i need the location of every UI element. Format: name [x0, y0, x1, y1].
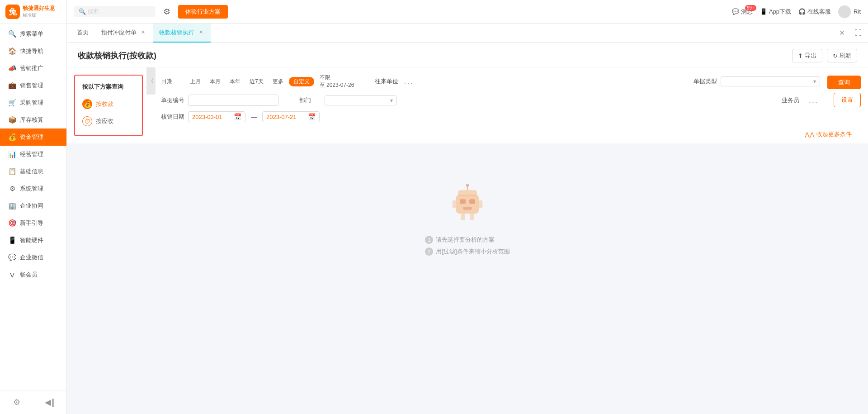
finance-icon: 💰 — [8, 133, 16, 141]
tab-expand-btn[interactable]: ⛶ — [852, 27, 864, 39]
topbar-right: 💬 消息 99+ 📱 App下载 🎧 在线客服 Rit — [732, 5, 861, 18]
date-custom-btn[interactable]: 自定义 — [289, 77, 314, 86]
filter-option-by-receivable[interactable]: ⏱ 按应收 — [75, 113, 142, 130]
counterpart-dots-btn[interactable]: ... — [402, 77, 415, 86]
basic-info-icon: 📋 — [8, 167, 16, 176]
tab-receipt-writeoff[interactable]: 收款核销执行 ✕ — [153, 24, 211, 43]
wechat-work-icon: 💬 — [8, 253, 16, 262]
filter-option-by-receipt[interactable]: 💰 按收款 — [75, 95, 142, 113]
date-this-month-btn[interactable]: 本月 — [206, 77, 224, 86]
query-button[interactable]: 查询 — [827, 76, 861, 89]
counterpart-field: 往来单位 ... — [375, 77, 415, 86]
collapse-chevron-icon: ⋀⋀ — [805, 131, 815, 138]
page-content: 收款核销执行(按收款) ⬆ 导出 ↻ 刷新 按以下方案查询 — [67, 43, 868, 414]
writeoff-end-date[interactable]: 📅 — [262, 111, 320, 122]
filter-sidebar-collapse-btn[interactable]: 《 — [146, 67, 156, 95]
sidebar: 兔 畅捷通好生意 标准版 🔍 搜索菜单 🏠 快捷导航 📣 营销推广 💼 销售管理… — [0, 0, 67, 414]
salesperson-dots-btn[interactable]: ... — [807, 95, 820, 105]
user-area[interactable]: Rit — [838, 5, 861, 18]
date-label: 日期 — [161, 77, 183, 86]
topbar-gear-btn[interactable]: ⚙ — [160, 5, 174, 19]
step2-num: 2 — [425, 247, 433, 256]
doctype-chevron-icon: ▾ — [813, 78, 816, 85]
tab-prepayment-close[interactable]: ✕ — [139, 29, 146, 36]
writeoff-date-label: 核销日期 — [161, 113, 184, 121]
tab-close-all-btn[interactable]: ✕ — [835, 27, 848, 39]
doctype-field: 单据类型 ▾ — [693, 76, 820, 86]
svg-rect-1 — [460, 199, 466, 204]
smart-hw-icon: 📱 — [8, 236, 16, 244]
date-field: 日期 上月 本月 本年 近7天 更多 自定义 — [161, 74, 354, 89]
sidebar-collapse-btn[interactable]: ◀‖ — [42, 395, 57, 409]
filter-settings-button[interactable]: 设置 — [834, 93, 861, 107]
page-actions: ⬆ 导出 ↻ 刷新 — [792, 49, 857, 62]
writeoff-end-calendar-icon[interactable]: 📅 — [308, 113, 316, 120]
writeoff-start-date[interactable]: 📅 — [188, 111, 245, 122]
tab-prepayment[interactable]: 预付冲应付单 ✕ — [95, 24, 153, 43]
main-area: 🔍 搜索 ⚙ 体验行业方案 💬 消息 99+ 📱 App下载 🎧 在线客服 — [67, 0, 868, 414]
sidebar-item-enterprise[interactable]: 🏢 企业协同 — [0, 197, 66, 214]
by-receivable-label: 按应收 — [96, 117, 113, 125]
date-last-month-btn[interactable]: 上月 — [186, 77, 204, 86]
date-range-separator: — — [251, 114, 257, 120]
topbar-search[interactable]: 🔍 搜索 — [74, 6, 156, 17]
dept-chevron-icon: ▾ — [390, 97, 393, 104]
filter-area: 按以下方案查询 💰 按收款 ⏱ 按应收 《 — [67, 67, 868, 143]
collapse-more-btn[interactable]: ⋀⋀ 收起更多条件 — [161, 128, 861, 141]
dept-select[interactable]: ▾ — [325, 95, 397, 105]
sidebar-settings-btn[interactable]: ⚙ — [9, 395, 24, 409]
solution-button[interactable]: 体验行业方案 — [178, 5, 228, 19]
export-button[interactable]: ⬆ 导出 — [792, 49, 822, 62]
logo-text: 畅捷通好生意 标准版 — [23, 5, 55, 18]
sidebar-item-purchase[interactable]: 🛒 采购管理 — [0, 94, 66, 111]
sidebar-item-search[interactable]: 🔍 搜索菜单 — [0, 25, 66, 43]
sidebar-item-wechat-work[interactable]: 💬 企业微信 — [0, 249, 66, 266]
sidebar-item-inventory[interactable]: 📦 库存核算 — [0, 111, 66, 128]
date-this-year-btn[interactable]: 本年 — [226, 77, 244, 86]
filter-row-3: 核销日期 📅 — 📅 — [161, 111, 820, 122]
filter-sidebar: 按以下方案查询 💰 按收款 ⏱ 按应收 — [75, 76, 142, 135]
writeoff-date-field: 核销日期 📅 — 📅 — [161, 111, 320, 122]
sidebar-item-marketing[interactable]: 📣 营销推广 — [0, 60, 66, 77]
empty-illustration — [445, 180, 490, 225]
svg-point-10 — [466, 184, 469, 187]
writeoff-start-input[interactable] — [192, 114, 232, 120]
user-avatar — [838, 5, 851, 18]
topbar: 🔍 搜索 ⚙ 体验行业方案 💬 消息 99+ 📱 App下载 🎧 在线客服 — [67, 0, 868, 24]
docnumber-field: 单据编号 — [161, 95, 278, 106]
writeoff-end-input[interactable] — [266, 114, 306, 120]
dept-label: 部门 — [299, 96, 321, 105]
empty-step1: 1 请先选择要分析的方案 — [425, 234, 509, 246]
docnumber-input[interactable] — [188, 95, 278, 106]
sidebar-item-sales[interactable]: 💼 销售管理 — [0, 77, 66, 94]
sidebar-item-finance[interactable]: 💰 资金管理 — [0, 128, 66, 146]
message-badge: 99+ — [745, 5, 756, 11]
sidebar-item-vip[interactable]: V 畅会员 — [0, 266, 66, 283]
sidebar-item-system[interactable]: ⚙ 系统管理 — [0, 180, 66, 197]
message-btn[interactable]: 💬 消息 99+ — [732, 8, 753, 16]
doctype-label: 单据类型 — [693, 77, 717, 86]
doctype-select[interactable]: ▾ — [721, 76, 820, 86]
online-service-btn[interactable]: 🎧 在线客服 — [798, 8, 831, 16]
salesperson-label: 业务员 — [782, 96, 803, 105]
inventory-icon: 📦 — [8, 116, 16, 124]
sidebar-item-basic-info[interactable]: 📋 基础信息 — [0, 163, 66, 180]
refresh-button[interactable]: ↻ 刷新 — [827, 49, 857, 62]
export-icon: ⬆ — [798, 52, 803, 59]
tab-home[interactable]: 首页 — [71, 24, 95, 43]
date-7days-btn[interactable]: 近7天 — [246, 77, 267, 86]
filter-fields: 日期 上月 本月 本年 近7天 更多 自定义 — [161, 74, 820, 128]
topbar-left: 🔍 搜索 ⚙ 体验行业方案 — [74, 5, 228, 19]
sidebar-item-operations[interactable]: 📊 经营管理 — [0, 146, 66, 163]
sidebar-item-smart-hw[interactable]: 📱 智能硬件 — [0, 232, 66, 249]
tab-receipt-writeoff-close[interactable]: ✕ — [197, 29, 204, 36]
vip-icon: V — [8, 271, 16, 279]
by-receipt-icon: 💰 — [82, 99, 92, 109]
app-download-btn[interactable]: 📱 App下载 — [760, 8, 791, 16]
date-quick-btns: 上月 本月 本年 近7天 更多 自定义 — [186, 77, 314, 86]
salesperson-field: 业务员 ... — [782, 95, 820, 105]
date-more-btn[interactable]: 更多 — [269, 77, 287, 86]
sidebar-item-guide[interactable]: 🎯 新手引导 — [0, 214, 66, 232]
sidebar-item-quick-nav[interactable]: 🏠 快捷导航 — [0, 43, 66, 60]
writeoff-start-calendar-icon[interactable]: 📅 — [234, 113, 241, 120]
